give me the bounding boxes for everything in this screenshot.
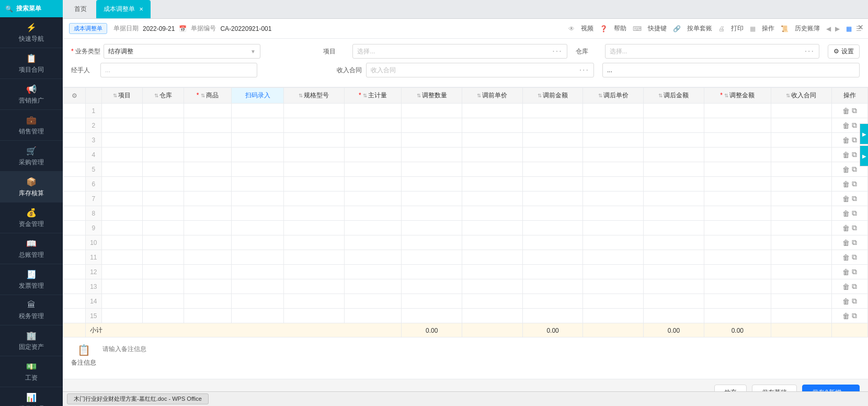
row-warehouse-2[interactable] — [143, 118, 184, 133]
row-adj-amount-15[interactable] — [704, 309, 771, 323]
row-income-contract-8[interactable] — [771, 206, 831, 221]
row-scan-4[interactable] — [231, 148, 283, 162]
row-adj-amount-8[interactable] — [704, 206, 771, 221]
row-adj-qty-3[interactable] — [402, 133, 462, 148]
row-delete-icon-1[interactable]: 🗑 — [842, 107, 850, 115]
row-warehouse-14[interactable] — [143, 294, 184, 309]
row-scan-2[interactable] — [231, 118, 283, 133]
row-adj-amount-13[interactable] — [704, 279, 771, 294]
row-prev-unit-price-4[interactable] — [462, 148, 523, 162]
row-scan-12[interactable] — [231, 265, 283, 279]
row-unit-7[interactable] — [344, 191, 402, 206]
row-delete-icon-15[interactable]: 🗑 — [842, 312, 850, 320]
sidebar-item-sales-mgmt[interactable]: 💼 销售管理 — [0, 110, 63, 141]
sidebar-item-fixed-assets[interactable]: 🏢 固定资产 — [0, 325, 63, 356]
row-project-10[interactable] — [101, 235, 143, 250]
row-after-amount-5[interactable] — [644, 162, 704, 177]
row-prev-unit-price-10[interactable] — [462, 235, 523, 250]
row-delete-icon-2[interactable]: 🗑 — [842, 121, 850, 130]
row-project-2[interactable] — [101, 118, 143, 133]
row-spec-13[interactable] — [284, 279, 345, 294]
edge-tab-2[interactable]: ▶ — [860, 145, 868, 166]
row-prev-amount-14[interactable] — [522, 294, 583, 309]
sidebar-item-inventory[interactable]: 📦 库存核算 — [0, 172, 63, 202]
row-warehouse-11[interactable] — [143, 250, 184, 265]
row-project-5[interactable] — [101, 162, 143, 177]
row-after-amount-13[interactable] — [644, 279, 704, 294]
row-copy-icon-10[interactable]: ⧉ — [852, 238, 857, 247]
row-adj-qty-14[interactable] — [402, 294, 462, 309]
row-unit-6[interactable] — [344, 177, 402, 191]
row-product-10[interactable] — [184, 235, 231, 250]
row-warehouse-3[interactable] — [143, 133, 184, 148]
row-copy-icon-7[interactable]: ⧉ — [852, 194, 857, 203]
row-adj-amount-4[interactable] — [704, 148, 771, 162]
row-prev-unit-price-8[interactable] — [462, 206, 523, 221]
row-spec-5[interactable] — [284, 162, 345, 177]
row-product-3[interactable] — [184, 133, 231, 148]
row-unit-3[interactable] — [344, 133, 402, 148]
row-income-contract-11[interactable] — [771, 250, 831, 265]
row-income-contract-15[interactable] — [771, 309, 831, 323]
row-after-amount-12[interactable] — [644, 265, 704, 279]
row-scan-3[interactable] — [231, 133, 283, 148]
warehouse-more-icon[interactable]: ··· — [805, 47, 815, 56]
row-project-1[interactable] — [101, 104, 143, 118]
tab-home[interactable]: 首页 — [67, 0, 94, 18]
income-contract-extra-value[interactable]: ... — [602, 63, 860, 77]
row-unit-9[interactable] — [344, 221, 402, 235]
project-value[interactable]: 选择... ··· — [352, 44, 567, 59]
row-spec-2[interactable] — [284, 118, 345, 133]
shortcut-btn[interactable]: 快捷键 — [646, 23, 669, 34]
row-spec-8[interactable] — [284, 206, 345, 221]
row-after-amount-3[interactable] — [644, 133, 704, 148]
row-after-amount-7[interactable] — [644, 191, 704, 206]
warehouse-value[interactable]: 选择... ··· — [605, 44, 819, 59]
sidebar-item-finance[interactable]: 💰 资金管理 — [0, 202, 63, 233]
row-after-amount-2[interactable] — [644, 118, 704, 133]
row-prev-amount-15[interactable] — [522, 309, 583, 323]
row-adj-amount-3[interactable] — [704, 133, 771, 148]
row-scan-9[interactable] — [231, 221, 283, 235]
row-after-amount-8[interactable] — [644, 206, 704, 221]
row-warehouse-8[interactable] — [143, 206, 184, 221]
row-scan-7[interactable] — [231, 191, 283, 206]
tab-cost-adjust[interactable]: 成本调整单 ✕ — [96, 0, 151, 18]
row-adj-amount-5[interactable] — [704, 162, 771, 177]
row-after-unit-price-11[interactable] — [583, 250, 644, 265]
row-unit-15[interactable] — [344, 309, 402, 323]
row-scan-15[interactable] — [231, 309, 283, 323]
row-delete-icon-6[interactable]: 🗑 — [842, 180, 850, 188]
row-project-14[interactable] — [101, 294, 143, 309]
edge-tab-1[interactable]: ▶ — [860, 123, 868, 144]
row-spec-4[interactable] — [284, 148, 345, 162]
row-prev-amount-12[interactable] — [522, 265, 583, 279]
row-spec-15[interactable] — [284, 309, 345, 323]
row-project-11[interactable] — [101, 250, 143, 265]
row-income-contract-7[interactable] — [771, 191, 831, 206]
row-warehouse-7[interactable] — [143, 191, 184, 206]
row-delete-icon-3[interactable]: 🗑 — [842, 136, 850, 144]
doc-close-btn[interactable]: ✕ — [858, 23, 864, 31]
row-adj-amount-12[interactable] — [704, 265, 771, 279]
row-delete-icon-4[interactable]: 🗑 — [842, 151, 850, 159]
row-after-unit-price-12[interactable] — [583, 265, 644, 279]
row-after-unit-price-14[interactable] — [583, 294, 644, 309]
row-scan-6[interactable] — [231, 177, 283, 191]
row-income-contract-9[interactable] — [771, 221, 831, 235]
row-after-unit-price-7[interactable] — [583, 191, 644, 206]
row-prev-unit-price-14[interactable] — [462, 294, 523, 309]
row-scan-10[interactable] — [231, 235, 283, 250]
row-after-unit-price-6[interactable] — [583, 177, 644, 191]
row-copy-icon-1[interactable]: ⧉ — [852, 106, 857, 115]
row-after-amount-10[interactable] — [644, 235, 704, 250]
row-unit-14[interactable] — [344, 294, 402, 309]
row-prev-unit-price-12[interactable] — [462, 265, 523, 279]
row-unit-8[interactable] — [344, 206, 402, 221]
row-prev-unit-price-1[interactable] — [462, 104, 523, 118]
row-after-amount-9[interactable] — [644, 221, 704, 235]
review-btn[interactable]: 按单套账 — [685, 23, 714, 34]
sidebar-item-ledger[interactable]: 📖 总账管理 — [0, 233, 63, 264]
row-income-contract-2[interactable] — [771, 118, 831, 133]
row-adj-amount-11[interactable] — [704, 250, 771, 265]
